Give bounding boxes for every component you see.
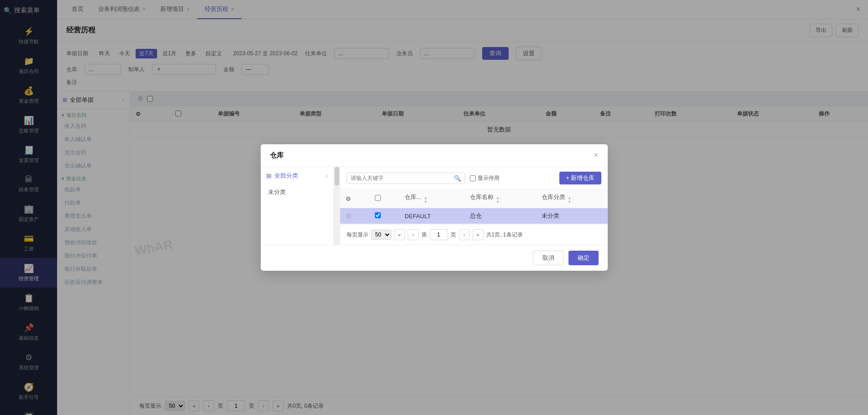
row-category: 未分类 (536, 208, 608, 224)
modal-footer: 取消 确定 (261, 245, 608, 271)
show-disabled-label[interactable]: 显示停用 (470, 174, 500, 182)
scroll-thumb (335, 167, 339, 185)
row-code: DEFAULT (399, 208, 464, 224)
modal-page-size-select[interactable]: 50 (371, 230, 391, 240)
warehouse-modal: 仓库 × ⊞ 全部分类 ‹ 未分类 (261, 144, 608, 271)
modal-select-all[interactable] (375, 195, 381, 201)
modal-page-size-label: 每页显示 (347, 231, 368, 239)
show-disabled-text: 显示停用 (478, 174, 500, 182)
modal-col-name: 仓库名称 ▲ ▼ (464, 189, 536, 208)
modal-search-input[interactable] (351, 175, 451, 181)
modal-close-btn[interactable]: × (594, 151, 599, 160)
modal-prev-page[interactable]: ‹ (408, 229, 419, 240)
all-categories-header[interactable]: ⊞ 全部分类 ‹ (261, 167, 333, 184)
modal-search-box: 🔍 (347, 173, 465, 184)
modal-col-category: 仓库分类 ▲ ▼ (536, 189, 608, 208)
modal-body: ⊞ 全部分类 ‹ 未分类 🔍 (261, 167, 608, 245)
category-unclassified[interactable]: 未分类 (261, 184, 333, 200)
modal-next-page[interactable]: › (459, 229, 470, 240)
show-disabled-checkbox[interactable] (470, 175, 476, 181)
all-categories-label: 全部分类 (274, 172, 298, 180)
row-checkbox[interactable] (369, 208, 399, 224)
modal-page-input[interactable] (430, 229, 448, 240)
category-label: 未分类 (268, 189, 286, 195)
modal-page-of: 页 (451, 231, 456, 239)
modal-overlay: 仓库 × ⊞ 全部分类 ‹ 未分类 (0, 0, 868, 415)
modal-pagination: 每页显示 50 « ‹ 第 页 › » 共1页, 1条记录 (340, 224, 608, 245)
modal-scroll (334, 167, 340, 245)
modal-cancel-button[interactable]: 取消 (533, 251, 564, 265)
modal-total: 共1页, 1条记录 (486, 231, 523, 239)
modal-table: ⚙ 仓库... ▲ ▼ 仓库名称 (340, 189, 608, 224)
grid-cat-icon: ⊞ (266, 172, 272, 179)
modal-col-settings: ⚙ (340, 189, 370, 208)
modal-right-content: 🔍 显示停用 + 新增仓库 ⚙ (340, 167, 608, 245)
modal-first-page[interactable]: « (394, 229, 405, 240)
modal-toolbar: 🔍 显示停用 + 新增仓库 (340, 167, 608, 189)
modal-search-icon: 🔍 (454, 175, 461, 182)
row-gear[interactable]: ⚙ (340, 208, 370, 224)
modal-table-wrap: ⚙ 仓库... ▲ ▼ 仓库名称 (340, 189, 608, 224)
modal-col-checkbox (369, 189, 399, 208)
modal-title: 仓库 (270, 151, 284, 160)
row-name: 总仓 (464, 208, 536, 224)
modal-header: 仓库 × (261, 144, 608, 167)
modal-page-text: 第 (421, 231, 427, 239)
categories-collapse-btn[interactable]: ‹ (326, 173, 327, 179)
modal-confirm-button[interactable]: 确定 (568, 251, 599, 265)
modal-last-page[interactable]: » (473, 229, 484, 240)
modal-categories: ⊞ 全部分类 ‹ 未分类 (261, 167, 334, 245)
add-warehouse-button[interactable]: + 新增仓库 (559, 172, 601, 184)
modal-table-row[interactable]: ⚙ DEFAULT 总仓 未分类 (340, 208, 608, 224)
modal-col-code: 仓库... ▲ ▼ (399, 189, 464, 208)
